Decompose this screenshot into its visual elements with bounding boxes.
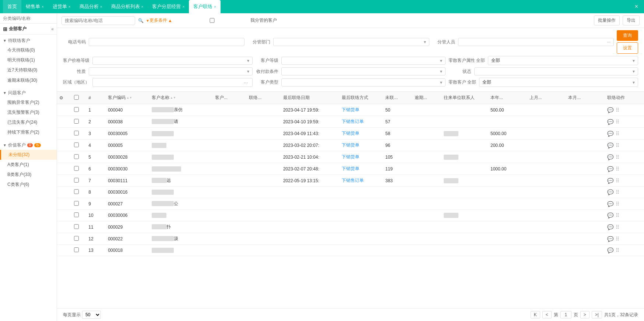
method-link[interactable]: 下销货单 xyxy=(342,107,359,112)
sidebar-item-declining[interactable]: 持续下滑客户(2) xyxy=(0,127,57,137)
tab-goods-list[interactable]: 商品分析列表 × xyxy=(107,0,148,13)
chat-icon[interactable]: 💬 xyxy=(607,236,613,242)
sidebar-problem-title[interactable]: ▼ 问题客户 xyxy=(0,88,57,98)
filter-cust-type-select[interactable]: ▾ xyxy=(281,78,445,87)
sidebar-item-churned[interactable]: 已流失客户(24) xyxy=(0,117,57,127)
region-dots[interactable]: ··· xyxy=(242,80,250,85)
filter-nature-select[interactable]: ▾ xyxy=(89,67,253,75)
more-icon[interactable]: ⠿ xyxy=(616,142,619,148)
sidebar-collapse-btn[interactable]: « xyxy=(51,27,54,32)
sidebar-item-today[interactable]: 今天待联络(0) xyxy=(0,45,57,55)
sidebar-item-overdue[interactable]: 逾期未联络(30) xyxy=(0,75,57,85)
row-last-method[interactable]: 下销售订单 xyxy=(339,116,383,128)
col-header-overdue[interactable]: 逾期... xyxy=(412,92,441,104)
chat-icon[interactable]: 💬 xyxy=(607,166,613,172)
sidebar-pending-title[interactable]: ▼ 待联络客户 xyxy=(0,36,57,45)
more-icon[interactable]: ⠿ xyxy=(616,178,619,184)
sidebar-item-unclassified[interactable]: 未分组(32) xyxy=(0,150,57,160)
row-check[interactable] xyxy=(72,151,87,163)
chat-icon[interactable]: 💬 xyxy=(607,247,613,253)
tab-sales-close[interactable]: × xyxy=(42,5,44,9)
sidebar-item-class-b[interactable]: B类客户(33) xyxy=(0,170,57,180)
tab-sales[interactable]: 销售单 × xyxy=(21,0,48,13)
row-check[interactable] xyxy=(72,245,87,256)
row-check[interactable] xyxy=(72,187,87,198)
sidebar-item-7days[interactable]: 近7天待联络(0) xyxy=(0,65,57,75)
method-link[interactable]: 下销售订单 xyxy=(342,119,364,124)
sidebar-all-customers[interactable]: ⊞ 全部客户 « xyxy=(0,24,57,35)
tab-customer-contact[interactable]: 客户联络 × xyxy=(189,0,221,13)
col-header-thisyear[interactable]: 本年... xyxy=(488,92,527,104)
close-all-tabs[interactable]: × xyxy=(632,3,641,10)
col-header-method[interactable]: 最后联络方式 xyxy=(339,92,383,104)
chat-icon[interactable]: 💬 xyxy=(607,142,613,148)
more-icon[interactable]: ⠿ xyxy=(616,189,619,195)
row-last-method[interactable]: 下销货单 xyxy=(339,128,383,140)
row-check[interactable] xyxy=(72,233,87,245)
col-header-name[interactable]: 客户名称▲▼ xyxy=(149,92,213,104)
my-customers-checkbox-label[interactable]: 我分管的客户 xyxy=(175,17,277,24)
filter-status-select[interactable]: ▾ xyxy=(474,67,638,75)
row-check[interactable] xyxy=(72,221,87,233)
row-last-method[interactable]: 下销货单 xyxy=(339,140,383,151)
col-header-partner[interactable]: 往来单位联系人 xyxy=(441,92,488,104)
method-link[interactable]: 下销货单 xyxy=(342,154,359,159)
sidebar-item-class-a[interactable]: A类客户(1) xyxy=(0,160,57,170)
filter-price-select[interactable]: ▾ xyxy=(92,57,253,65)
more-icon[interactable]: ⠿ xyxy=(616,119,619,125)
reset-btn[interactable]: 设置 xyxy=(617,42,638,54)
chat-icon[interactable]: 💬 xyxy=(607,154,613,160)
row-check[interactable] xyxy=(72,128,87,140)
sidebar-item-hoarding[interactable]: 囤购异常客户(2) xyxy=(0,98,57,107)
row-check[interactable] xyxy=(72,175,87,187)
col-header-date[interactable]: 最后联络日期 xyxy=(281,92,339,104)
my-customers-checkbox[interactable] xyxy=(175,18,249,23)
sidebar-search-input[interactable] xyxy=(3,16,57,21)
more-icon[interactable]: ⠿ xyxy=(616,212,619,218)
more-icon[interactable]: ⠿ xyxy=(616,224,619,230)
method-link[interactable]: 下销售订单 xyxy=(342,178,364,183)
row-check[interactable] xyxy=(72,104,87,116)
row-check[interactable] xyxy=(72,140,87,151)
chat-icon[interactable]: 💬 xyxy=(607,107,613,113)
method-link[interactable]: 下销货单 xyxy=(342,131,359,136)
col-header-check[interactable] xyxy=(72,92,87,104)
sidebar-item-churn-warning[interactable]: 流失预警客户(3) xyxy=(0,107,57,117)
chat-icon[interactable]: 💬 xyxy=(607,131,613,137)
prev-page-btn[interactable]: < xyxy=(542,311,552,318)
tab-customer-contact-close[interactable]: × xyxy=(214,5,216,9)
filter-retail-select[interactable]: 全部 ▾ xyxy=(488,56,638,65)
select-all-checkbox[interactable] xyxy=(74,95,79,100)
sidebar-item-tomorrow[interactable]: 明天待联络(1) xyxy=(0,55,57,65)
per-page-select[interactable]: 50 100 xyxy=(82,311,101,319)
filter-person-select[interactable]: ··· xyxy=(458,38,614,46)
tab-goods-list-close[interactable]: × xyxy=(141,5,144,9)
batch-operation-btn[interactable]: 批量操作 xyxy=(594,15,620,25)
row-last-method[interactable]: 下销货单 xyxy=(339,163,383,175)
more-icon[interactable]: ⠿ xyxy=(616,201,619,207)
row-last-method[interactable]: 下销货单 xyxy=(339,104,383,116)
first-page-btn[interactable]: K xyxy=(531,311,540,318)
more-icon[interactable]: ⠿ xyxy=(616,131,619,137)
filter-cust-level-select[interactable]: ▾ xyxy=(281,57,445,65)
col-header-thismonth[interactable]: 本月... xyxy=(566,92,605,104)
row-last-method[interactable]: 下销货单 xyxy=(339,151,383,163)
tab-goods-analysis[interactable]: 商品分析 × xyxy=(75,0,107,13)
next-page-btn[interactable]: > xyxy=(580,311,590,318)
row-check[interactable] xyxy=(72,163,87,175)
chat-icon[interactable]: 💬 xyxy=(607,212,613,218)
row-last-method[interactable]: 下销售订单 xyxy=(339,175,383,187)
filter-payment-select[interactable]: ▾ xyxy=(281,67,445,75)
tab-goods-analysis-close[interactable]: × xyxy=(100,5,102,9)
tab-home[interactable]: 首页 xyxy=(3,0,21,13)
more-icon[interactable]: ⠿ xyxy=(616,107,619,113)
last-page-btn[interactable]: >| xyxy=(592,311,602,318)
row-check[interactable] xyxy=(72,210,87,221)
chat-icon[interactable]: 💬 xyxy=(607,224,613,230)
tab-customer-tier[interactable]: 客户分层经营 × xyxy=(148,0,189,13)
search-icon[interactable]: 🔍 xyxy=(138,18,144,23)
more-icon[interactable]: ⠿ xyxy=(616,236,619,242)
chat-icon[interactable]: 💬 xyxy=(607,189,613,195)
sidebar-value-title[interactable]: ▼ 价值客户 R ↻ xyxy=(0,141,57,150)
chat-icon[interactable]: 💬 xyxy=(607,178,613,184)
